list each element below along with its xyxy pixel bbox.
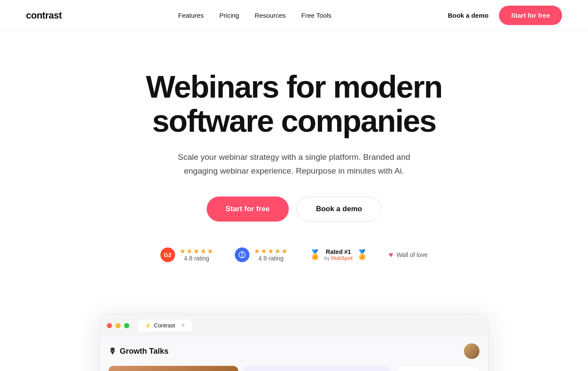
hubspot-name: HubSpot (331, 255, 353, 261)
app-title-text: Growth Talks (120, 347, 169, 356)
browser-dot-yellow (115, 323, 121, 328)
capterra-rating: ★★★★★ 4.9 rating (235, 247, 288, 262)
hero-buttons: Start for free Book a demo (17, 197, 571, 222)
capterra-rating-text: 4.9 rating (254, 255, 288, 262)
video-container: POLL RESULTS Which marketing channel has… (109, 366, 390, 371)
laurel-left-icon: 🏅 (309, 249, 321, 260)
browser-frame: ⚡ Contrast ✕ 🎙 Growth Talks (99, 314, 489, 371)
browser-tab: ⚡ Contrast ✕ (138, 320, 192, 331)
browser-tab-name: Contrast (154, 322, 175, 329)
g2-rating: G2 ★★★★★ 4.8 rating (160, 247, 214, 262)
browser-dot-green (124, 323, 129, 328)
nav-resources[interactable]: Resources (255, 12, 286, 19)
logo-text: contrast (26, 10, 62, 21)
book-demo-button[interactable]: Book a demo (448, 12, 489, 19)
poll-overlay: POLL RESULTS Which marketing channel has… (243, 366, 390, 371)
chat-panel: Live poll ▾ Hello! (397, 366, 479, 371)
hero-book-demo-button[interactable]: Book a demo (297, 197, 382, 222)
app-preview: ⚡ Contrast ✕ 🎙 Growth Talks (82, 314, 506, 371)
chat-header: Live poll ▾ (398, 366, 479, 371)
app-title-bar: 🎙 Growth Talks (100, 336, 488, 359)
logo: contrast (26, 10, 62, 21)
capterra-icon (235, 247, 249, 262)
g2-rating-text: 4.8 rating (179, 255, 214, 262)
wall-love-text: Wall of love (396, 251, 428, 258)
ratings-row: G2 ★★★★★ 4.8 rating ★★★★★ 4.9 rating 🏅 R… (17, 247, 571, 262)
g2-stars: ★★★★★ (179, 248, 214, 255)
app-inner-content: POLL RESULTS Which marketing channel has… (100, 359, 488, 371)
hero-start-free-button[interactable]: Start for free (207, 197, 289, 222)
app-title: 🎙 Growth Talks (109, 347, 169, 356)
hubspot-by-label: by HubSpot (324, 255, 353, 261)
capterra-stars: ★★★★★ (254, 248, 288, 255)
hero-section: Webinars for modern software companies S… (0, 31, 588, 314)
hubspot-info: Rated #1 by HubSpot (324, 248, 353, 261)
nav-pricing[interactable]: Pricing (219, 12, 239, 19)
main-video (109, 366, 238, 371)
heart-icon: ♥ (389, 251, 393, 260)
wall-of-love[interactable]: ♥ Wall of love (389, 251, 428, 260)
tab-close-icon[interactable]: ✕ (181, 323, 185, 328)
hero-headline: Webinars for modern software companies (121, 70, 467, 138)
g2-rating-info: ★★★★★ 4.8 rating (179, 248, 214, 262)
browser-dot-red (107, 323, 112, 328)
nav-right: Book a demo Start for free (448, 6, 562, 25)
hero-headline-line1: Webinars for modern (146, 70, 442, 104)
navbar: contrast Features Pricing Resources Free… (0, 0, 588, 31)
nav-links: Features Pricing Resources Free Tools (178, 12, 332, 19)
capterra-rating-info: ★★★★★ 4.9 rating (254, 248, 288, 262)
hubspot-rated: 🏅 Rated #1 by HubSpot 🏅 (309, 248, 368, 261)
hubspot-rated-label: Rated #1 (324, 248, 353, 255)
nav-free-tools[interactable]: Free Tools (301, 12, 332, 19)
hero-subtitle: Scale your webinar strategy with a singl… (164, 150, 424, 178)
start-free-button[interactable]: Start for free (499, 6, 562, 25)
app-user-avatar (464, 343, 479, 359)
browser-bar: ⚡ Contrast ✕ (100, 314, 488, 336)
g2-icon: G2 (160, 247, 175, 262)
nav-features[interactable]: Features (178, 12, 204, 19)
hero-headline-line2: software companies (152, 104, 436, 138)
laurel-right-icon: 🏅 (356, 249, 368, 260)
